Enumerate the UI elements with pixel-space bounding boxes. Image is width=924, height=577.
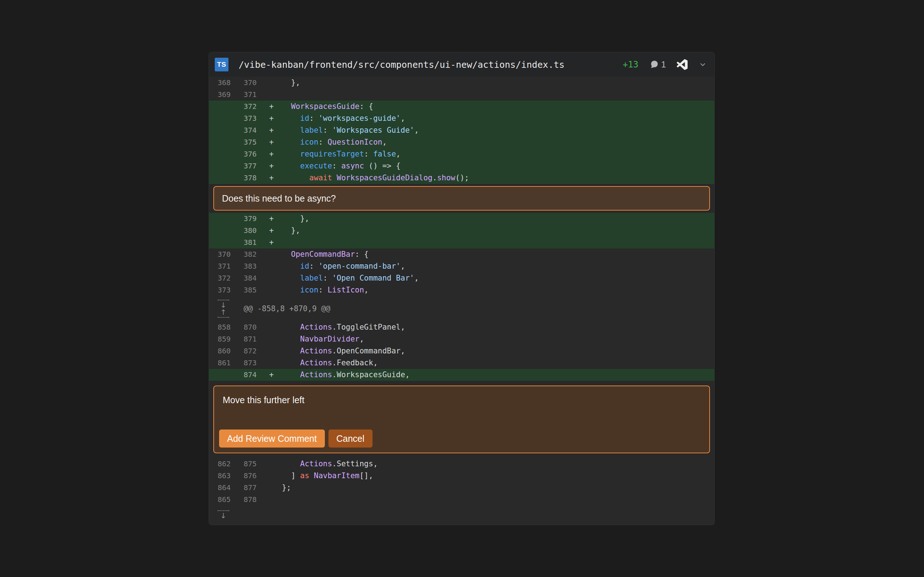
code-text: WorkspacesGuide: { [282, 101, 714, 113]
old-line-number: 373 [209, 284, 235, 296]
diff-line[interactable]: 379+ }, [209, 213, 714, 225]
new-line-number: 373 [235, 113, 261, 124]
code-text [282, 89, 714, 101]
diff-sign [261, 470, 282, 482]
old-line-number [209, 160, 235, 172]
new-line-number: 873 [235, 357, 261, 369]
old-line-number [209, 136, 235, 148]
new-line-number: 877 [235, 482, 261, 494]
new-line-number: 382 [235, 248, 261, 260]
new-line-number: 376 [235, 148, 261, 160]
old-line-number [209, 237, 235, 248]
diff-sign: + [261, 136, 282, 148]
code-text: icon: ListIcon, [282, 284, 714, 296]
diff-body: 368370 },369371372+ WorkspacesGuide: {37… [209, 77, 714, 523]
diff-line[interactable]: 863876 ] as NavbarItem[], [209, 470, 714, 482]
diff-sign: + [261, 101, 282, 113]
old-line-number: 858 [209, 321, 235, 333]
comment-input[interactable]: Move this further left [219, 391, 704, 429]
new-line-number: 384 [235, 272, 261, 284]
old-line-number [209, 172, 235, 184]
add-review-comment-button[interactable]: Add Review Comment [219, 429, 325, 448]
comment-editor: Move this further leftAdd Review Comment… [213, 385, 710, 453]
diff-line[interactable]: 874+ Actions.WorkspacesGuide, [209, 369, 714, 381]
collapse-chevron-icon[interactable] [698, 60, 707, 69]
old-line-number [209, 369, 235, 381]
expand-controls: ↓↑ [213, 296, 234, 321]
code-text [282, 237, 714, 248]
old-line-number: 863 [209, 470, 235, 482]
diff-line[interactable]: 864877}; [209, 482, 714, 494]
diff-line[interactable]: 862875 Actions.Settings, [209, 458, 714, 470]
diff-sign [261, 260, 282, 272]
new-line-number: 371 [235, 89, 261, 101]
new-line-number: 375 [235, 136, 261, 148]
code-text: OpenCommandBar: { [282, 248, 714, 260]
expand-up-button[interactable]: ↑ [218, 309, 229, 319]
code-text: id: 'open-command-bar', [282, 260, 714, 272]
new-line-number: 370 [235, 77, 261, 89]
diff-line[interactable]: 368370 }, [209, 77, 714, 89]
comment-count[interactable]: 1 [649, 60, 666, 69]
new-line-number: 374 [235, 124, 261, 136]
code-text: NavbarDivider, [282, 333, 714, 345]
diff-line[interactable]: 375+ icon: QuestionIcon, [209, 136, 714, 148]
new-line-number: 378 [235, 172, 261, 184]
diff-line[interactable]: 860872 Actions.OpenCommandBar, [209, 345, 714, 357]
code-text: }, [282, 77, 714, 89]
old-line-number [209, 213, 235, 225]
diff-line[interactable]: 861873 Actions.Feedback, [209, 357, 714, 369]
code-text: Actions.ToggleGitPanel, [282, 321, 714, 333]
old-line-number: 860 [209, 345, 235, 357]
arrow-down-icon: ↓ [221, 301, 227, 309]
new-line-number: 383 [235, 260, 261, 272]
additions-count: +13 [623, 60, 638, 69]
code-text: }; [282, 482, 714, 494]
diff-sign [261, 345, 282, 357]
code-text: Actions.OpenCommandBar, [282, 345, 714, 357]
expand-down-button[interactable]: ↓ [218, 298, 229, 309]
code-block: 858870 Actions.ToggleGitPanel,859871 Nav… [209, 321, 714, 381]
diff-line[interactable]: 372384 label: 'Open Command Bar', [209, 272, 714, 284]
diff-line[interactable]: 377+ execute: async () => { [209, 160, 714, 172]
diff-sign: + [261, 124, 282, 136]
diff-sign [261, 357, 282, 369]
old-line-number [209, 124, 235, 136]
expand-down-button[interactable]: ↓ [218, 509, 229, 519]
diff-line[interactable]: 372+ WorkspacesGuide: { [209, 101, 714, 113]
diff-line[interactable]: 858870 Actions.ToggleGitPanel, [209, 321, 714, 333]
editor-buttons: Add Review CommentCancel [219, 429, 704, 448]
new-line-number: 878 [235, 494, 261, 506]
old-line-number: 859 [209, 333, 235, 345]
file-path: /vibe-kanban/frontend/src/components/ui-… [239, 60, 564, 70]
cancel-button[interactable]: Cancel [328, 429, 373, 448]
hunk-separator: ↓↑@@ -858,8 +870,9 @@ [209, 296, 714, 321]
diff-line[interactable]: 380+ }, [209, 225, 714, 237]
diff-line[interactable]: 865878 [209, 494, 714, 506]
old-line-number: 862 [209, 458, 235, 470]
diff-line[interactable]: 373+ id: 'workspaces-guide', [209, 113, 714, 124]
new-line-number: 876 [235, 470, 261, 482]
diff-line[interactable]: 371383 id: 'open-command-bar', [209, 260, 714, 272]
diff-line[interactable]: 370382 OpenCommandBar: { [209, 248, 714, 260]
diff-line[interactable]: 374+ label: 'Workspaces Guide', [209, 124, 714, 136]
diff-line[interactable]: 369371 [209, 89, 714, 101]
diff-line[interactable]: 381+ [209, 237, 714, 248]
old-line-number [209, 148, 235, 160]
diff-panel: TS /vibe-kanban/frontend/src/components/… [208, 52, 715, 525]
diff-line[interactable]: 373385 icon: ListIcon, [209, 284, 714, 296]
old-line-number [209, 225, 235, 237]
code-block: 368370 },369371372+ WorkspacesGuide: {37… [209, 77, 714, 184]
new-line-number: 872 [235, 345, 261, 357]
old-line-number [209, 101, 235, 113]
code-block: 862875 Actions.Settings,863876 ] as Navb… [209, 458, 714, 506]
typescript-file-icon: TS [215, 58, 228, 71]
diff-sign [261, 89, 282, 101]
diff-line[interactable]: 378+ await WorkspacesGuideDialog.show(); [209, 172, 714, 184]
arrow-down-icon: ↓ [221, 512, 227, 519]
diff-line[interactable]: 859871 NavbarDivider, [209, 333, 714, 345]
review-comment-text: Does this need to be async? [222, 193, 336, 204]
new-line-number: 875 [235, 458, 261, 470]
diff-line[interactable]: 376+ requiresTarget: false, [209, 148, 714, 160]
open-in-vscode-icon[interactable] [677, 59, 688, 70]
